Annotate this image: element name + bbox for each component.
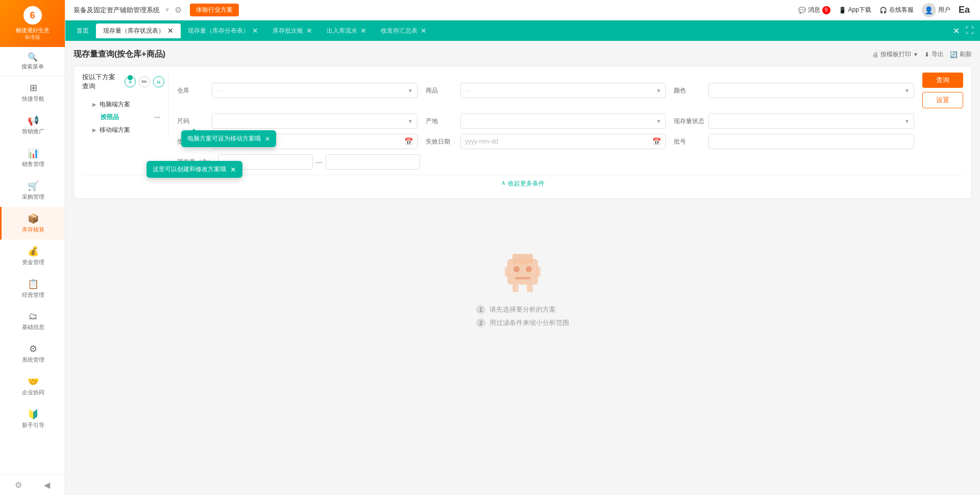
tab-inout-flow[interactable]: 出入库流水 ✕ <box>320 23 374 38</box>
header-right: 💬 消息 9 📱 App下载 🎧 在线客服 👤 用户 Ea <box>798 3 972 17</box>
search-button[interactable]: 查询 <box>922 73 963 88</box>
sidebar-item-marketing[interactable]: 📢 营销推广 <box>0 109 65 142</box>
stock-qty-to[interactable] <box>326 154 421 170</box>
filter-product: 商品 ··· ▼ <box>426 83 666 98</box>
product-select[interactable]: ··· ▼ <box>460 83 666 98</box>
svg-point-2 <box>513 266 520 272</box>
range-separator: — <box>316 158 323 166</box>
tab-inventory-dist[interactable]: 现存量（库存分布表） ✕ <box>181 23 265 38</box>
tab-close-icon[interactable]: ✕ <box>252 27 258 35</box>
app-download-btn[interactable]: 📱 App下载 <box>839 6 871 14</box>
tab-home[interactable]: 首页 <box>69 23 96 38</box>
print-btn[interactable]: 🖨 按模板打印 ▼ <box>872 50 918 59</box>
user-area[interactable]: 👤 用户 <box>922 3 950 17</box>
collapse-sidebar-btn[interactable]: ◀ <box>44 480 50 490</box>
trial-btn[interactable]: 体验行业方案 <box>190 4 239 16</box>
svg-rect-5 <box>505 267 509 277</box>
close-all-tabs-btn[interactable]: ✕ <box>951 24 962 38</box>
scheme-tooltip-text: 电脑方案可设为移动方案哦 <box>187 134 261 143</box>
product-label: 商品 <box>426 86 456 95</box>
color-select[interactable]: ▼ <box>708 83 914 98</box>
tab-batch-ledger[interactable]: 库存批次账 ✕ <box>265 23 320 38</box>
tab-inventory-status[interactable]: 现存量（库存状况表） ✕ <box>96 23 181 38</box>
close-tooltip-btn[interactable]: ✕ <box>265 135 270 143</box>
sidebar-item-guide[interactable]: 🔰 新手引导 <box>0 403 65 435</box>
sidebar-item-operations[interactable]: 📋 经营管理 <box>0 272 65 305</box>
scheme-tooltip-bubble: 电脑方案可设为移动方案哦 ✕ <box>181 130 276 147</box>
expire-date-input[interactable]: yyyy-mm-dd 📅 <box>460 134 666 149</box>
chevron-down-icon: ▼ <box>656 119 661 124</box>
fullscreen-btn[interactable]: ⛶ <box>964 24 976 37</box>
search-icon: 🔍 <box>28 52 38 62</box>
page-title-bar: 现存量查询(按仓库+商品) 🖨 按模板打印 ▼ ⬇ 导出 🔄 刷新 <box>74 49 972 60</box>
expire-date-label: 失效日期 <box>426 137 456 146</box>
tab-label: 出入库流水 <box>327 27 357 35</box>
empty-tip-1: 1 请先选择要分析的方案 <box>476 305 569 314</box>
sidebar-item-sales[interactable]: 📊 销售管理 <box>0 142 65 174</box>
sidebar-item-finance[interactable]: 💰 资金管理 <box>0 240 65 272</box>
export-icon: ⬇ <box>924 51 929 58</box>
online-support-btn[interactable]: 🎧 在线客服 <box>879 6 914 14</box>
tab-label: 库存批次账 <box>273 27 303 35</box>
filter-color: 颜色 ▼ <box>674 83 914 98</box>
filter-header: 按以下方案查询 + ✏ « <box>82 73 164 91</box>
sidebar-logo[interactable]: 6 畅捷通好生意 标准版 <box>0 0 65 47</box>
filter-area: 按以下方案查询 + ✏ « ▶ <box>74 66 972 199</box>
tab-collect-summary[interactable]: 收发存汇总表 ✕ <box>374 23 434 38</box>
sidebar-item-system[interactable]: ⚙ 系统管理 <box>0 337 65 370</box>
close-edit-tooltip-btn[interactable]: ✕ <box>230 166 236 174</box>
sidebar-item-enterprise[interactable]: 🤝 企业协同 <box>0 370 65 403</box>
sidebar-search[interactable]: 🔍 搜索菜单 <box>0 47 65 76</box>
batch-input[interactable] <box>708 134 914 149</box>
tabs-bar: 首页 现存量（库存状况表） ✕ 现存量（库存分布表） ✕ 库存批次账 ✕ 出入库… <box>65 20 980 41</box>
tab-label: 收发存汇总表 <box>381 27 418 35</box>
collapse-icon: ∧ <box>501 179 506 188</box>
settings-btn[interactable]: ⚙ <box>15 480 22 490</box>
tab-close-icon[interactable]: ✕ <box>306 27 312 35</box>
message-btn[interactable]: 💬 消息 9 <box>798 6 830 14</box>
chevron-down-icon: ▼ <box>656 88 661 93</box>
scheme-group-desktop[interactable]: ▶ 电脑端方案 <box>88 98 164 111</box>
back-btn[interactable]: « <box>153 76 164 87</box>
add-scheme-btn[interactable]: + <box>125 76 136 87</box>
refresh-btn[interactable]: 🔄 刷新 <box>950 50 972 59</box>
filter-row-4: 现存量（主） — <box>177 154 963 170</box>
sidebar-item-purchase[interactable]: 🛒 采购管理 <box>0 174 65 207</box>
header-settings-icon[interactable]: ⚙ <box>175 5 182 15</box>
svg-point-3 <box>526 266 532 272</box>
stock-status-select[interactable]: ▼ <box>708 113 914 129</box>
filter-header-label: 按以下方案查询 <box>82 73 118 91</box>
svg-rect-6 <box>536 267 541 277</box>
scheme-group-mobile[interactable]: ▶ 移动端方案 <box>88 124 164 136</box>
scheme-item-desktop[interactable]: 按照品 ··· <box>88 111 164 124</box>
sidebar-search-label: 搜索菜单 <box>21 63 44 70</box>
sidebar-item-basic[interactable]: 🗂 基础信息 <box>0 305 65 337</box>
export-btn[interactable]: ⬇ 导出 <box>924 50 944 59</box>
tab-close-icon[interactable]: ✕ <box>360 27 366 35</box>
reset-button[interactable]: 设置 <box>922 92 963 108</box>
chevron-down-icon: ▼ <box>408 88 413 93</box>
tab-close-icon[interactable]: ✕ <box>167 27 174 35</box>
logo-icon: 6 <box>23 6 42 25</box>
edit-tooltip-text: 这里可以创建和修改方案哦 <box>153 165 226 174</box>
size-label: 尺码 <box>177 117 208 126</box>
system-icon: ⚙ <box>29 343 37 355</box>
sidebar-item-inventory[interactable]: 📦 库存核算 <box>0 207 65 240</box>
refresh-label: 刷新 <box>960 50 972 59</box>
scheme-item-label: 按照品 <box>101 113 119 122</box>
sidebar-item-quick-nav[interactable]: ⊞ 快捷导航 <box>0 76 65 109</box>
chevron-down-icon: ▼ <box>904 119 910 124</box>
empty-state: 1 请先选择要分析的方案 2 用过滤条件来缩小分析范围 <box>74 203 972 372</box>
export-label: 导出 <box>932 50 944 59</box>
logo-badge: 标准版 <box>25 34 40 41</box>
origin-select[interactable]: ▼ <box>460 113 666 129</box>
message-icon: 💬 <box>798 7 806 14</box>
size-select[interactable]: ▼ <box>212 113 418 129</box>
tip-text-2: 用过滤条件来缩小分析范围 <box>489 318 569 327</box>
main-content: 现存量查询(按仓库+商品) 🖨 按模板打印 ▼ ⬇ 导出 🔄 刷新 <box>65 41 980 495</box>
tab-close-icon[interactable]: ✕ <box>421 27 427 35</box>
sidebar: 6 畅捷通好生意 标准版 🔍 搜索菜单 ⊞ 快捷导航 📢 营销推广 📊 销售管理… <box>0 0 65 495</box>
empty-tip-2: 2 用过滤条件来缩小分析范围 <box>476 318 569 327</box>
warehouse-select[interactable]: ··· ▼ <box>212 83 418 98</box>
edit-scheme-btn[interactable]: ✏ <box>139 76 150 87</box>
